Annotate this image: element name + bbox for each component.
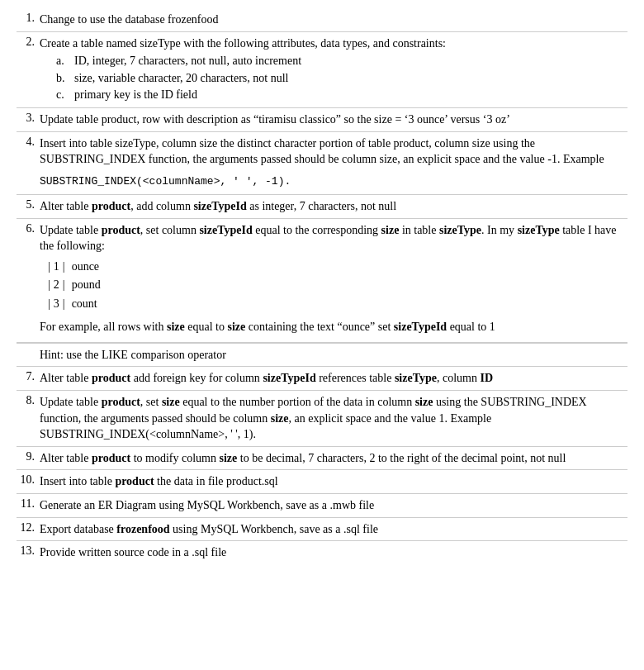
main-container: 1. Change to use the database frozenfood… — [17, 8, 627, 564]
item-text: Insert into table sizeType, column size … — [40, 137, 604, 166]
code-example: SUBSTRING_INDEX(<columnName>, ' ', -1). — [40, 175, 291, 188]
item-number: 8. — [17, 394, 40, 407]
pipe-list: | 1 | ounce | 2 | pound | 3 | — [40, 258, 627, 313]
bold-size2: size — [415, 396, 433, 408]
bold-product: product — [92, 372, 130, 384]
item-text-post: as integer, 7 characters, not null — [247, 200, 396, 212]
item-text: Update table product, set size equal to … — [40, 396, 587, 440]
pipe-separator2: | — [63, 276, 65, 294]
list-item: 9. Alter table product to modify column … — [17, 447, 627, 471]
pipe-separator2: | — [63, 258, 65, 276]
item-text-pre: Export database — [40, 523, 116, 535]
bold-product: product — [115, 475, 154, 487]
bold-size: size — [220, 452, 238, 464]
pipe-number: 2 — [54, 276, 59, 294]
for-example-text: For example, all rows with size equal to… — [40, 321, 495, 333]
list-item: 12. Export database frozenfood using MyS… — [17, 518, 627, 542]
list-item: 3. Update table product, row with descri… — [17, 108, 627, 132]
item-number: 1. — [17, 12, 40, 25]
bold-sizetype: sizeType — [395, 372, 437, 384]
item-number: 2. — [17, 36, 40, 49]
list-item: 6. Update table product, set column size… — [17, 219, 627, 343]
pipe-separator: | — [48, 276, 50, 294]
item-content: Update table product, set column sizeTyp… — [40, 222, 627, 339]
item-text: Provide written source code in a .sql fi… — [40, 546, 226, 558]
bold-size-fe: size — [167, 321, 185, 333]
list-item: 13. Provide written source code in a .sq… — [17, 541, 627, 564]
item-content: Change to use the database frozenfood — [40, 12, 627, 28]
item-text-bold2: sizeTypeId — [193, 200, 246, 212]
item-number: 5. — [17, 198, 40, 211]
sub-item-text: primary key is the ID field — [74, 87, 627, 103]
item-number: 13. — [17, 544, 40, 558]
item-text: Alter table product to modify column siz… — [40, 452, 566, 464]
bold-product: product — [92, 452, 130, 464]
bold-product: product — [102, 396, 140, 408]
item-content: Create a table named sizeType with the f… — [40, 36, 627, 104]
item-text: Generate an ER Diagram using MySQL Workb… — [40, 499, 374, 511]
for-example-paragraph: For example, all rows with size equal to… — [40, 313, 627, 339]
item-content: Provide written source code in a .sql fi… — [40, 544, 627, 561]
list-item: 7. Alter table product add foreign key f… — [17, 367, 627, 391]
list-item: 10. Insert into table product the data i… — [17, 470, 627, 494]
sub-list-item: size, variable character, 20 characters,… — [56, 70, 627, 87]
item-text: Alter table product add foreign key for … — [40, 372, 493, 384]
item-number: 3. — [17, 112, 40, 125]
sub-item-text: ID, integer, 7 characters, not null, aut… — [74, 53, 627, 69]
list-item: 4. Insert into table sizeType, column si… — [17, 132, 627, 195]
item-number: 4. — [17, 135, 40, 149]
hint-text: Hint: use the LIKE comparison operator — [40, 349, 226, 361]
bold-size: size — [162, 396, 180, 408]
item-text-bold1: product — [92, 200, 130, 212]
item-number: 7. — [17, 370, 40, 383]
bold-sizetypeid: sizeTypeId — [199, 224, 252, 236]
sub-list-item: ID, integer, 7 characters, not null, aut… — [56, 53, 627, 69]
sub-item-text: size, variable character, 20 characters,… — [74, 70, 627, 87]
bold-sizetype2: sizeType — [518, 224, 560, 236]
item-number: 12. — [17, 521, 40, 535]
item-number: 10. — [17, 473, 40, 487]
hint-item: Hint: use the LIKE comparison operator — [17, 343, 627, 368]
item-content: Export database frozenfood using MySQL W… — [40, 521, 627, 538]
item-content: Alter table product to modify column siz… — [40, 450, 627, 467]
pipe-number: 3 — [54, 295, 59, 313]
bold-size-fe2: size — [227, 321, 245, 333]
bold-sizetypeid-fe: sizeTypeId — [394, 321, 447, 333]
pipe-number: 1 — [54, 258, 59, 276]
item-number: 11. — [17, 497, 40, 511]
bold-sizetypeid: sizeTypeId — [263, 372, 315, 384]
pipe-value: ounce — [72, 258, 99, 276]
hint-content: Hint: use the LIKE comparison operator — [40, 347, 627, 364]
list-item: 8. Update table product, set size equal … — [17, 391, 627, 447]
bold-size: size — [381, 224, 400, 236]
item-text: Create a table named sizeType with the f… — [40, 37, 446, 50]
item-text: Insert into table product the data in fi… — [40, 475, 278, 487]
pipe-value: pound — [72, 276, 101, 294]
item-content: Update table product, set size equal to … — [40, 394, 627, 443]
sub-list-item: primary key is the ID field — [56, 87, 627, 103]
bold-size3: size — [271, 412, 289, 425]
pipe-value: count — [72, 295, 97, 313]
item-content: Update table product, row with descripti… — [40, 112, 627, 128]
pipe-separator2: | — [63, 295, 65, 313]
list-item: 1. Change to use the database frozenfood — [17, 8, 627, 32]
item-content: Generate an ER Diagram using MySQL Workb… — [40, 497, 627, 514]
item-content: Alter table product add foreign key for … — [40, 370, 627, 387]
item-content: Insert into table sizeType, column size … — [40, 135, 627, 191]
sub-list: ID, integer, 7 characters, not null, aut… — [40, 53, 627, 103]
pipe-separator: | — [48, 295, 50, 313]
item-text: Update table product, set column sizeTyp… — [40, 224, 617, 253]
item-text-post: using MySQL Workbench, save as a .sql fi… — [170, 523, 378, 535]
item-text: Update table product, row with descripti… — [40, 113, 510, 126]
pipe-separator: | — [48, 258, 50, 276]
item-number: 9. — [17, 450, 40, 463]
bold-frozenfood: frozenfood — [116, 523, 169, 535]
pipe-item: | 1 | ounce — [48, 258, 627, 276]
item-content: Alter table product, add column sizeType… — [40, 198, 627, 215]
example-block: SUBSTRING_INDEX(<columnName>, ' ', -1). — [40, 173, 627, 189]
list-item: 5. Alter table product, add column sizeT… — [17, 195, 627, 219]
list-item: 11. Generate an ER Diagram using MySQL W… — [17, 494, 627, 518]
list-item: 2. Create a table named sizeType with th… — [17, 32, 627, 108]
bold-product: product — [102, 224, 140, 236]
bold-sizetype: sizeType — [439, 224, 481, 236]
